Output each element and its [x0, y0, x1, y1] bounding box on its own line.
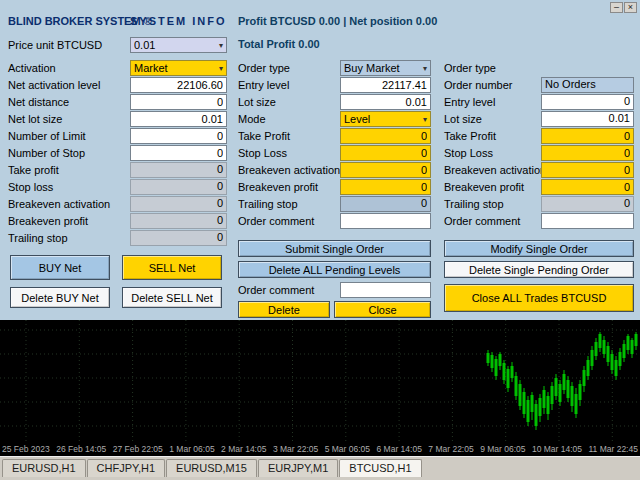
field-label: Net lot size — [8, 111, 62, 127]
breakeven-activation-field: 0 — [130, 196, 227, 212]
net-lot-size-input[interactable] — [130, 111, 227, 127]
tab-chfjpy-h1[interactable]: CHFJPY,H1 — [87, 459, 165, 477]
lot-size-field: 0.01 — [541, 111, 634, 127]
number-of-stop-input[interactable] — [130, 145, 227, 161]
field-label: Net distance — [8, 94, 69, 110]
submit-single-order-button[interactable]: Submit Single Order — [238, 240, 431, 257]
buy-net-button[interactable]: BUY Net — [10, 255, 110, 280]
chart-tab-bar: EURUSD,H1 CHFJPY,H1 EURUSD,M15 EURJPY,M1… — [0, 456, 640, 480]
activation-select[interactable]: Market ▾ — [130, 60, 227, 76]
delete-single-pending-order-button[interactable]: Delete Single Pending Order — [444, 261, 634, 278]
breakeven-profit-input[interactable] — [340, 179, 431, 195]
selected-value: Market — [134, 62, 217, 75]
delete-sell-net-button[interactable]: Delete SELL Net — [122, 287, 222, 308]
field-label: Take profit — [8, 162, 59, 178]
mode-select[interactable]: Level ▾ — [340, 111, 431, 127]
axis-label: 7 Mar 22:05 — [428, 444, 473, 456]
close-button[interactable]: × — [624, 2, 637, 13]
order-type-select[interactable]: Buy Market ▾ — [340, 60, 431, 76]
stop-loss-field: 0 — [130, 179, 227, 195]
axis-label: 10 Mar 14:05 — [532, 444, 582, 456]
axis-label: 11 Mar 22:45 — [588, 444, 637, 456]
field-label: Entry level — [444, 94, 495, 110]
field-label: Order comment — [444, 213, 520, 229]
dropdown-arrow-icon: ▾ — [423, 62, 427, 75]
field-label: Trailing stop — [444, 196, 504, 212]
axis-label: 26 Feb 14:05 — [56, 444, 106, 456]
axis-label: 25 Feb 2023 — [2, 444, 50, 456]
close-all-trades-button[interactable]: Close ALL Trades BTCUSD — [444, 284, 634, 312]
axis-label: 3 Mar 22:05 — [273, 444, 318, 456]
selected-value: 0.01 — [134, 39, 217, 52]
field-label: Mode — [238, 111, 266, 127]
field-label: Breakeven activation — [444, 162, 546, 178]
trailing-stop-input: 0 — [340, 196, 431, 212]
price-unit-select[interactable]: 0.01 ▾ — [130, 37, 227, 53]
tab-eurjpy-m1[interactable]: EURJPY,M1 — [258, 459, 338, 477]
field-label: Breakeven activation — [238, 162, 340, 178]
axis-label: 27 Feb 22:05 — [113, 444, 163, 456]
price-chart-svg — [0, 320, 640, 442]
delete-button[interactable]: Delete — [238, 301, 330, 318]
field-label: Price unit BTCUSD — [8, 37, 102, 53]
order-comment-modify-input[interactable] — [541, 213, 634, 229]
selected-value: Level — [344, 113, 421, 126]
field-label: Order comment — [238, 213, 314, 229]
stop-loss-modify-input[interactable] — [541, 145, 634, 161]
field-label: Take Profit — [238, 128, 290, 144]
delete-all-pending-levels-button[interactable]: Delete ALL Pending Levels — [238, 261, 431, 278]
axis-label: 9 Mar 06:05 — [480, 444, 525, 456]
take-profit-modify-input[interactable] — [541, 128, 634, 144]
field-label: Breakeven profit — [8, 213, 88, 229]
axis-label: 2 Mar 14:05 — [221, 444, 266, 456]
field-label: Trailing stop — [8, 230, 68, 246]
breakeven-activation-input[interactable] — [340, 162, 431, 178]
tab-eurusd-m15[interactable]: EURUSD,M15 — [166, 459, 257, 477]
lot-size-input[interactable] — [340, 94, 431, 110]
field-label: Trailing stop — [238, 196, 298, 212]
stop-loss-input[interactable] — [340, 145, 431, 161]
order-number-select[interactable]: No Orders — [541, 77, 634, 93]
breakeven-profit-modify-input[interactable] — [541, 179, 634, 195]
field-label: Stop Loss — [444, 145, 493, 161]
order-comment-input[interactable] — [340, 213, 431, 229]
breakeven-activation-modify-input[interactable] — [541, 162, 634, 178]
field-label: Order type — [238, 60, 290, 76]
field-label: Entry level — [238, 77, 289, 93]
field-label: Lot size — [238, 94, 276, 110]
field-label: Stop loss — [8, 179, 53, 195]
trailing-stop-field: 0 — [130, 230, 227, 246]
delete-buy-net-button[interactable]: Delete BUY Net — [10, 287, 110, 308]
dropdown-arrow-icon: ▾ — [219, 39, 223, 52]
sell-net-button[interactable]: SELL Net — [122, 255, 222, 280]
close-button-order[interactable]: Close — [334, 301, 431, 318]
minimize-button[interactable]: – — [610, 2, 623, 13]
profit-net-position-text: Profit BTCUSD 0.00 | Net position 0.00 — [238, 15, 437, 27]
field-label: Order type — [444, 60, 496, 76]
tab-btcusd-h1[interactable]: BTCUSD,H1 — [339, 459, 421, 477]
field-label: Order number — [444, 77, 512, 93]
field-label: Lot size — [444, 111, 482, 127]
order-comment-secondary-input[interactable] — [340, 282, 431, 298]
number-of-limit-input[interactable] — [130, 128, 227, 144]
system-info-heading: SYSTEM INFO — [130, 15, 227, 27]
field-label: Number of Limit — [8, 128, 86, 144]
entry-level-field: 0 — [541, 94, 634, 110]
trailing-stop-modify-field: 0 — [541, 196, 634, 212]
net-distance-input[interactable] — [130, 94, 227, 110]
entry-level-input[interactable] — [340, 77, 431, 93]
terminal-window: – × BLIND BROKER SYSTEM ® SYSTEM INFO Pr… — [0, 0, 640, 480]
field-label: Net activation level — [8, 77, 100, 93]
breakeven-profit-field: 0 — [130, 213, 227, 229]
selected-value: Buy Market — [344, 62, 421, 75]
time-axis: 25 Feb 2023 26 Feb 14:05 27 Feb 22:05 1 … — [0, 442, 640, 456]
tab-eurusd-h1[interactable]: EURUSD,H1 — [2, 459, 86, 477]
ea-panel: – × BLIND BROKER SYSTEM ® SYSTEM INFO Pr… — [0, 0, 640, 321]
dropdown-arrow-icon: ▾ — [423, 113, 427, 126]
axis-label: 1 Mar 06:05 — [169, 444, 214, 456]
modify-single-order-button[interactable]: Modify Single Order — [444, 240, 634, 257]
net-activation-level-input[interactable] — [130, 77, 227, 93]
chart-area[interactable] — [0, 320, 640, 442]
field-label: Number of Stop — [8, 145, 85, 161]
take-profit-input[interactable] — [340, 128, 431, 144]
